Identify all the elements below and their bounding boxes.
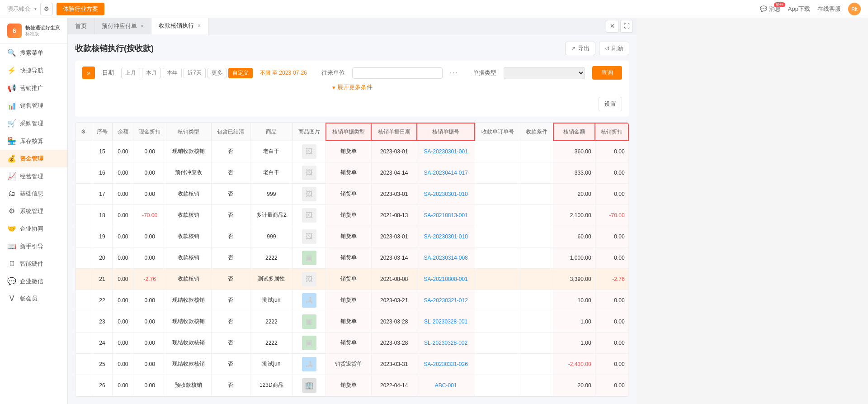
tab-home[interactable]: 首页 [68,18,94,34]
cell-goods: 老白干 [250,162,292,183]
tab-prepay-close[interactable]: × [141,23,144,29]
cell-include-settled: 否 [211,183,250,204]
writeoff-doc-link[interactable]: SL-20230328-002 [424,340,467,346]
sidebar-item-search[interactable]: 🔍 搜索菜单 [0,44,67,62]
date-btn-custom[interactable]: 自定义 [228,68,253,78]
cell-cash-discount: 0.00 [133,353,166,375]
sidebar-item-base-info[interactable]: 🗂 基础信息 [0,185,67,202]
th-goods: 商品 [250,123,292,141]
cell-writeoff-type: 现销收款核销 [166,141,212,162]
avatar[interactable]: Rit [848,3,861,15]
date-btn-this-year[interactable]: 本年 [163,68,182,78]
cell-balance: 0.00 [113,162,133,183]
table-row: 21 0.00 -2.76 收款核销 否 测试多属性 🖼 销货单 2021-08… [75,268,628,290]
expand-conditions-button[interactable]: ▾ 展开更多条件 [332,83,373,91]
sidebar-item-vip[interactable]: V 畅会员 [0,290,67,307]
cell-writeoff-doc-no: SA-20230414-017 [417,162,475,183]
cell-balance: 0.00 [113,247,133,268]
filter-collapse-button[interactable]: » [82,67,95,79]
cell-writeoff-discount: 0.00 [595,141,628,162]
cell-writeoff-doc-date: 2023-03-21 [371,290,417,311]
page-title: 收款核销执行(按收款) [75,43,154,54]
cell-writeoff-type: 现结收款核销 [166,290,212,311]
cell-cash-discount: 0.00 [133,332,166,353]
app-download-link[interactable]: App下载 [788,5,810,13]
window-close-button[interactable]: ✕ [606,20,618,33]
sidebar-label-hardware: 智能硬件 [20,260,43,268]
cell-receipt-order-no [475,226,520,247]
tab-writeoff[interactable]: 收款核销执行 × [151,18,208,34]
date-btn-this-month[interactable]: 本月 [142,68,161,78]
refresh-button[interactable]: ↺ 刷新 [599,42,629,55]
sidebar-item-purchase[interactable]: 🛒 采购管理 [0,114,67,132]
cell-writeoff-amount: 1,000.00 [553,247,595,268]
sidebar-item-system[interactable]: ⚙ 系统管理 [0,202,67,220]
inventory-icon: 🏪 [7,137,16,145]
cell-writeoff-discount: -70.00 [595,204,628,226]
trial-button[interactable]: 体验行业方案 [57,3,104,15]
logo-text-block: 畅捷通谊好生意 标准版 [25,24,60,37]
date-btn-last-month[interactable]: 上月 [121,68,140,78]
operations-icon: 📈 [7,172,16,181]
sidebar-label-collab: 企业协同 [20,225,43,233]
cell-seq: 24 [92,332,113,353]
writeoff-doc-link[interactable]: SA-20230314-008 [424,255,467,261]
window-maximize-button[interactable]: ⛶ [620,20,633,33]
tab-prepay[interactable]: 预付冲应付单 × [94,18,151,34]
th-gear[interactable]: ⚙ [75,123,92,141]
sidebar-item-weixin[interactable]: 💬 企业微信 [0,272,67,290]
cell-cash-discount: 0.00 [133,183,166,204]
finance-icon: 💰 [7,154,16,163]
sidebar-label-guide: 新手引导 [20,242,43,251]
settings-row: 设置 [82,95,622,111]
sidebar-item-hardware[interactable]: 🖥 智能硬件 [0,255,67,272]
partner-filter-input[interactable] [352,67,443,79]
sidebar-item-marketing[interactable]: 📢 营销推广 [0,79,67,97]
writeoff-doc-link[interactable]: SA-20230301-010 [424,233,467,240]
goods-image: 🖼 [302,144,316,159]
cell-goods-img: 🏢 [292,375,326,396]
writeoff-doc-link[interactable]: SL-20230328-001 [424,318,467,325]
cell-gear [75,396,92,397]
writeoff-doc-link[interactable]: SA-20210813-001 [424,212,467,219]
message-button[interactable]: 💬 消息 99+ [760,5,781,13]
cell-writeoff-doc-no: SA-20230321-012 [417,290,475,311]
export-button[interactable]: ↗ 导出 [565,42,595,55]
online-service-link[interactable]: 在线客服 [817,5,841,13]
date-btn-more[interactable]: 更多 [208,68,226,78]
sidebar-item-collab[interactable]: 🤝 企业协同 [0,220,67,238]
cell-writeoff-type: 预收款核销 [166,375,212,396]
company-dropdown-icon[interactable]: ▾ [34,6,37,11]
cell-receipt-order-no [475,247,520,268]
cell-writeoff-doc-no: SA-20230331-026 [417,353,475,375]
cell-seq: 27 [92,396,113,397]
sidebar-item-inventory[interactable]: 🏪 库存核算 [0,132,67,150]
hardware-icon: 🖥 [7,260,16,268]
sidebar-item-sales[interactable]: 📊 销售管理 [0,97,67,114]
date-btn-7days[interactable]: 近7天 [184,68,206,78]
sidebar-item-operations[interactable]: 📈 经营管理 [0,167,67,185]
tab-writeoff-close[interactable]: × [198,23,201,29]
doc-type-filter-select[interactable] [504,67,585,79]
writeoff-doc-link[interactable]: SA-20230301-010 [424,191,467,197]
gear-button[interactable]: ⚙ [40,3,53,15]
writeoff-doc-link[interactable]: ABC-001 [435,382,457,389]
writeoff-doc-link[interactable]: SA-20230414-017 [424,170,467,176]
cell-writeoff-discount: 0.00 [595,183,628,204]
writeoff-doc-link[interactable]: SA-20230331-026 [424,361,467,367]
cell-writeoff-doc-date: 2023-03-14 [371,247,417,268]
writeoff-doc-link[interactable]: SA-20210808-001 [424,276,467,282]
writeoff-doc-link[interactable]: SA-20230321-012 [424,297,467,304]
cell-receipt-order-no [475,353,520,375]
sidebar-item-quick-nav[interactable]: ⚡ 快捷导航 [0,62,67,79]
table-row: 22 0.00 0.00 现结收款核销 否 测试jun 🏞 销货单 2023-0… [75,290,628,311]
cell-writeoff-doc-type: 销货退货单 [326,353,372,375]
sidebar-item-guide[interactable]: 📖 新手引导 [0,238,67,255]
sidebar-item-finance[interactable]: 💰 资金管理 [0,150,67,167]
cell-cash-discount: 0.00 [133,226,166,247]
query-button[interactable]: 查询 [592,66,622,80]
settings-button[interactable]: 设置 [599,97,622,111]
cell-gear [75,204,92,226]
cell-receipt-condition [520,290,553,311]
writeoff-doc-link[interactable]: SA-20230301-001 [424,148,467,155]
